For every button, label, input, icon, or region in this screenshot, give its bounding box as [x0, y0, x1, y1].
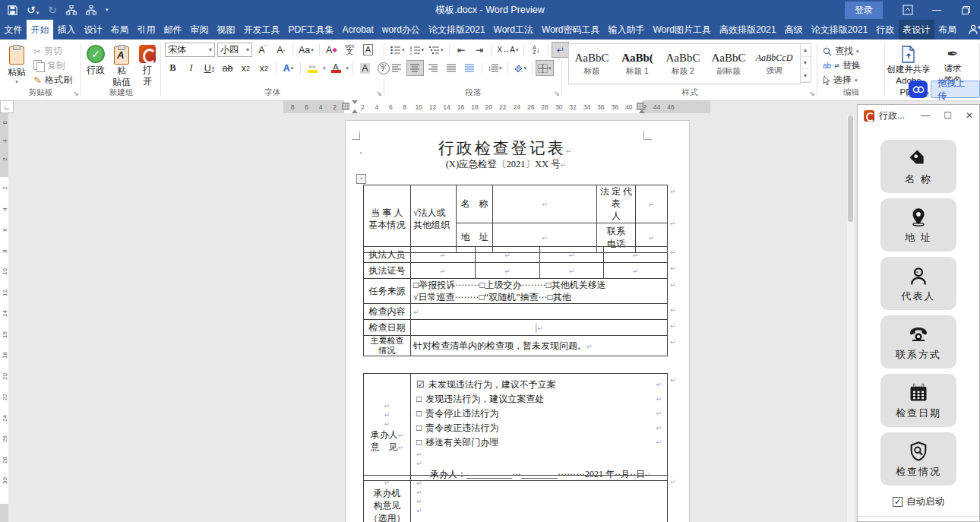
table-party-info[interactable]: 当 事 人 基本情况 √法人或 其他组织 名 称 ↵ 法 定 代 表 人 ↵ 地… [363, 185, 668, 253]
shrink-font-button[interactable]: Aˇ [273, 43, 289, 57]
grow-font-button[interactable]: Aˆ [254, 43, 270, 57]
panel-button-pin[interactable]: 地 址 [880, 198, 956, 252]
highlight-caret-icon[interactable]: ▾ [323, 65, 326, 71]
numbering-button[interactable]: ▾ [409, 43, 426, 57]
tab-10-PDF工具集[interactable]: PDF工具集 [284, 20, 338, 40]
drag-upload-button[interactable]: 拖拽上传 [931, 81, 980, 98]
checkbox-icon[interactable]: □ [416, 393, 422, 405]
save-icon[interactable] [8, 5, 17, 15]
tab-19-高级[interactable]: 高级 [780, 20, 807, 40]
tab-11-Acrobat[interactable]: Acrobat [338, 20, 378, 40]
multilevel-list-button[interactable]: ▾ [428, 43, 445, 57]
tab-0-文件[interactable]: 文件 [0, 20, 27, 40]
tab-22-表设计[interactable]: 表设计 [899, 20, 934, 40]
checkbox-checked-icon[interactable]: ☑ [416, 378, 425, 391]
format-painter-button[interactable]: ✎格式刷 [33, 73, 72, 87]
underline-button[interactable]: U▾ [201, 61, 217, 75]
cell-officer-4[interactable]: ↵ [604, 247, 668, 263]
find-button[interactable]: 查找▾ [823, 44, 861, 59]
increase-indent-button[interactable]: ⇥ [472, 43, 488, 57]
tab-14-Word工法[interactable]: Word工法 [489, 20, 537, 40]
cell-content-label[interactable]: 检查内容 [364, 304, 411, 320]
table-agency-opinion[interactable]: ↵ 承办机 构意见 （选用）↵ ↵↵↵↵ 负责人：____________···… [363, 475, 668, 522]
style-item-标题[interactable]: AaBbC标题 [569, 44, 615, 84]
paragraph-dialog-launcher-icon[interactable]: ⇘ [554, 90, 560, 97]
phonetic-guide-button[interactable]: wén文 [342, 43, 358, 57]
scrollbar-thumb[interactable] [848, 115, 853, 222]
vertical-ruler[interactable]: 64224681012141618202224262830 [0, 113, 8, 522]
cell-cert-4[interactable]: ↵ [604, 263, 668, 279]
vertical-scrollbar[interactable] [847, 115, 854, 522]
checkbox-option-4[interactable]: □移送有关部门办理↵ [413, 435, 665, 450]
table-officers[interactable]: 执法人员 ↵ ↵ ↵ ↵ 执法证号 ↵ ↵ ↵ ↵ [363, 246, 668, 279]
panel-button-tag[interactable]: 名 称 [880, 140, 956, 193]
tab-13-论文排版2021[interactable]: 论文排版2021 [424, 20, 489, 40]
asian-layout-button[interactable]: X↔A▾ [496, 43, 520, 57]
cell-cert-1[interactable]: ↵ [411, 263, 476, 279]
org-chart-icon[interactable] [66, 5, 77, 15]
xingzheng-button[interactable]: ✓行政 [83, 41, 109, 88]
clipboard-dialog-launcher-icon[interactable]: ⇘ [73, 90, 79, 97]
replace-button[interactable]: ab⇄替换 [823, 59, 861, 73]
cell-date-label[interactable]: 检查日期 [364, 320, 411, 336]
font-color-caret-icon[interactable]: ▾ [346, 65, 349, 71]
checkbox-option-3[interactable]: □责令改正违法行为↵ [413, 421, 665, 435]
cell-main-value[interactable]: 针对检查清单内的检查项，暂未发现问题。↵ [411, 336, 668, 356]
redo-button[interactable]: ↻ [48, 4, 57, 16]
shading-button[interactable]: ▾ [512, 61, 529, 75]
panel-button-phone[interactable]: 联系方式 [880, 315, 956, 369]
tab-9-开发工具[interactable]: 开发工具 [239, 20, 284, 40]
panel-button-calendar[interactable]: 检查日期 [880, 374, 956, 427]
cell-party-label[interactable]: 当 事 人 基本情况 [364, 185, 411, 253]
character-shading-button[interactable]: A [357, 61, 373, 75]
align-left-button[interactable] [389, 61, 405, 75]
borders-button[interactable]: ▾ [536, 61, 553, 75]
cell-cert-2[interactable]: ↵ [476, 263, 540, 279]
checkbox-option-2[interactable]: □责令停止违法行为↵ [413, 407, 665, 421]
italic-button[interactable]: I [183, 61, 199, 75]
ribbon-display-options-icon[interactable] [893, 0, 922, 20]
character-border-button[interactable]: A [360, 43, 376, 57]
sort-button[interactable]: AZ↓ [528, 43, 544, 57]
gallery-more-icon[interactable]: ▼ [800, 69, 811, 82]
tab-21-行政[interactable]: 行政 [872, 20, 899, 40]
decrease-indent-button[interactable]: ⇤ [454, 43, 469, 57]
cell-agency-label[interactable]: ↵ 承办机 构意见 （选用）↵ [364, 476, 411, 522]
gallery-down-icon[interactable]: ▼ [800, 57, 811, 70]
tab-20-论文排版2021[interactable]: 论文排版2021 [807, 20, 872, 40]
cell-date-value[interactable]: |↵ [411, 320, 668, 336]
panel-title-bar[interactable]: 行政... — ☐ ✕ [858, 105, 979, 126]
bullets-button[interactable]: ▾ [389, 43, 406, 57]
cell-officer-2[interactable]: ↵ [476, 247, 540, 263]
font-name-combo[interactable]: 宋体▾ [165, 43, 215, 57]
strikethrough-button[interactable]: ab [220, 61, 236, 75]
cell-content-value[interactable]: ↵ [411, 304, 668, 320]
superscript-button[interactable]: x2 [256, 61, 272, 75]
tab-4-布局[interactable]: 布局 [106, 20, 133, 40]
cell-legal-rep-value[interactable]: ↵ [636, 185, 668, 223]
org-chart-icon-2[interactable] [86, 5, 96, 15]
cell-task-label[interactable]: 任务来源 [364, 279, 411, 304]
panel-close-button[interactable]: ✕ [966, 110, 973, 121]
styles-dialog-launcher-icon[interactable]: ⇘ [809, 90, 815, 97]
cell-org-type[interactable]: √法人或 其他组织 [411, 185, 457, 253]
panel-maximize-button[interactable]: ☐ [944, 110, 952, 121]
checkbox-option-1[interactable]: □发现违法行为，建议立案查处↵ [413, 392, 665, 407]
tab-16-输入助手[interactable]: 输入助手 [604, 20, 649, 40]
change-case-button[interactable]: Aa▾ [297, 43, 315, 57]
table-handler-opinion[interactable]: ↵↵↵ 承办人↵ 意 见↵ ☑未发现违法行为，建议不予立案↵□发现违法行为，建议… [363, 373, 668, 481]
horizontal-ruler[interactable]: 8642246810121416182022242628303234363840… [283, 100, 710, 113]
page[interactable]: · 行政检查登记表↵ (X)应急检登〔2021〕XX 号↵ + 当 事 人 基本… [345, 120, 690, 522]
cell-officer-label[interactable]: 执法人员 [364, 247, 411, 263]
font-dialog-launcher-icon[interactable]: ⇘ [376, 90, 382, 97]
cell-officer-3[interactable]: ↵ [540, 247, 604, 263]
tab-2-插入[interactable]: 插入 [53, 20, 80, 40]
tab-1-开始[interactable]: 开始 [27, 20, 53, 40]
font-size-combo[interactable]: 小四▾ [217, 43, 252, 57]
checkbox-option-0[interactable]: ☑未发现违法行为，建议不予立案↵ [413, 378, 665, 392]
select-button[interactable]: 选择▾ [823, 73, 861, 87]
gallery-up-icon[interactable]: ▲ [800, 44, 811, 57]
cell-agency-value[interactable]: ↵↵↵↵ 负责人：____________··············2021 … [411, 476, 668, 522]
checkbox-icon[interactable]: □ [416, 407, 422, 419]
minimize-button[interactable]: — [922, 0, 951, 20]
